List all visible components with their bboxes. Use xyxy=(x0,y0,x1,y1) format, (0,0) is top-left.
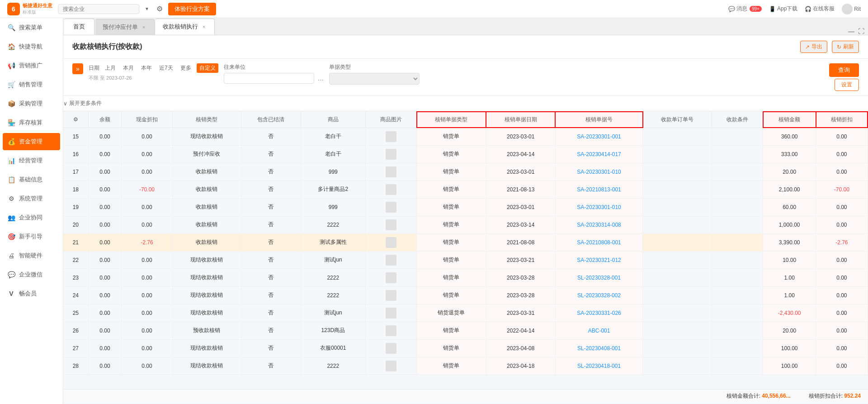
doc-no-link[interactable]: SL-20230408-001 xyxy=(577,345,621,352)
sidebar-item-operations[interactable]: 📊 经营管理 xyxy=(0,151,63,170)
doc-no-link[interactable]: SA-20230321-012 xyxy=(577,257,621,263)
cell-order-no xyxy=(643,339,712,357)
filter-expand-button[interactable]: » xyxy=(72,63,83,74)
cell-cash-discount: 0.00 xyxy=(122,269,173,286)
cell-goods-img xyxy=(365,216,416,233)
cell-settled: 否 xyxy=(241,269,301,286)
sidebar-item-collab[interactable]: 👥 企业协同 xyxy=(0,208,63,227)
maximize-icon[interactable]: ⛶ xyxy=(858,28,864,35)
doc-type-select[interactable] xyxy=(329,73,420,85)
table-container[interactable]: ⚙ 余额 现金折扣 核销类型 包含已结清 商品 商品图片 核销单据类型 核销单据… xyxy=(63,111,868,389)
cell-pay-cond xyxy=(712,322,763,339)
cell-goods-img xyxy=(365,181,416,198)
sidebar-item-marketing[interactable]: 📢 营销推广 xyxy=(0,56,63,75)
doc-no-link[interactable]: SA-20230414-017 xyxy=(577,151,621,157)
cell-goods-img xyxy=(365,251,416,269)
cell-pay-cond xyxy=(712,128,763,145)
date-btn-more[interactable]: 更多 xyxy=(179,63,193,73)
sidebar-item-purchase[interactable]: 📦 采购管理 xyxy=(0,94,63,113)
doc-no-link[interactable]: SL-20230328-001 xyxy=(577,275,621,281)
doc-no-link[interactable]: SL-20230418-001 xyxy=(577,363,621,369)
cell-doc-no: SA-20230301-001 xyxy=(555,128,642,145)
cell-doc-no: SL-20230328-002 xyxy=(555,286,642,304)
cell-doc-type: 销货单 xyxy=(417,322,486,339)
table-row: 23 0.00 0.00 现结收款核销 否 2222 销货单 2023-03-2… xyxy=(63,269,868,286)
cell-amount: 20.00 xyxy=(763,322,816,339)
doc-no-link[interactable]: SA-20210808-001 xyxy=(577,239,621,246)
doc-no-link[interactable]: SA-20230301-001 xyxy=(577,133,621,140)
minimize-icon[interactable]: — xyxy=(848,28,854,35)
cell-doc-type: 销货退货单 xyxy=(417,304,486,322)
cell-doc-date: 2023-03-28 xyxy=(486,286,555,304)
messages-button[interactable]: 💬 消息 99+ xyxy=(728,5,762,13)
table-footer: 核销金额合计: 40,556,66... 核销折扣合计: 952.24 xyxy=(63,389,868,403)
refresh-button[interactable]: ↻ 刷新 xyxy=(832,41,859,53)
sidebar-item-inventory[interactable]: 🏪 库存核算 xyxy=(0,113,63,132)
sidebar-item-guide[interactable]: 🎯 新手引导 xyxy=(0,227,63,246)
settings-icon[interactable]: ⚙ xyxy=(156,5,163,13)
purchase-icon: 📦 xyxy=(7,100,15,108)
cell-no: 19 xyxy=(63,198,88,216)
tab-prepayment[interactable]: 预付冲应付单 × xyxy=(95,19,155,35)
partner-more-icon[interactable]: ... xyxy=(318,74,324,82)
cell-doc-date: 2023-03-14 xyxy=(486,216,555,233)
cell-doc-no: SL-20230408-001 xyxy=(555,339,642,357)
date-filter-row: 日期 上月 本月 本年 近7天 更多 自定义 xyxy=(89,63,218,73)
tab-close-prepayment[interactable]: × xyxy=(141,24,147,30)
cell-goods-img xyxy=(365,233,416,251)
company-search-input[interactable] xyxy=(58,4,139,14)
app-download-button[interactable]: 📱 App下载 xyxy=(769,5,797,13)
cell-no: 22 xyxy=(63,251,88,269)
sidebar-item-search[interactable]: 🔍 搜索菜单 xyxy=(0,18,63,37)
cell-goods: 999 xyxy=(301,198,365,216)
cell-doc-type: 销货单 xyxy=(417,145,486,163)
query-button[interactable]: 查询 xyxy=(829,63,859,77)
settings-button[interactable]: 设置 xyxy=(835,79,859,91)
date-btn-last-month[interactable]: 上月 xyxy=(103,63,118,73)
sidebar-item-system[interactable]: ⚙ 系统管理 xyxy=(0,189,63,208)
date-btn-this-year[interactable]: 本年 xyxy=(139,63,154,73)
tab-writeoff[interactable]: 收款核销执行 × xyxy=(156,19,215,35)
chevron-down-icon: ▼ xyxy=(145,6,149,11)
industry-solution-button[interactable]: 体验行业方案 xyxy=(168,3,216,15)
date-btn-this-month[interactable]: 本月 xyxy=(121,63,136,73)
cell-balance: 0.00 xyxy=(88,251,121,269)
doc-no-link[interactable]: SL-20230328-002 xyxy=(577,292,621,299)
doc-no-link[interactable]: SA-20230301-010 xyxy=(577,204,621,210)
sidebar-item-sales[interactable]: 🛒 销售管理 xyxy=(0,75,63,94)
doc-no-link[interactable]: SA-20230314-008 xyxy=(577,222,621,228)
doc-no-link[interactable]: SA-20230301-010 xyxy=(577,169,621,175)
sidebar-item-finance[interactable]: 💰 资金管理 xyxy=(3,133,60,150)
cell-doc-type: 销货单 xyxy=(417,357,486,375)
th-gear[interactable]: ⚙ xyxy=(63,112,88,128)
cell-goods: 老白干 xyxy=(301,128,365,145)
sidebar-item-hardware[interactable]: 🖨 智能硬件 xyxy=(0,246,63,265)
sidebar-item-basic-info[interactable]: 📋 基础信息 xyxy=(0,170,63,189)
cell-amount: 60.00 xyxy=(763,198,816,216)
th-doc-type: 核销单据类型 xyxy=(417,112,486,128)
tab-home[interactable]: 首页 xyxy=(64,19,94,35)
doc-no-link[interactable]: ABC-001 xyxy=(588,328,610,334)
cell-type: 收款核销 xyxy=(172,233,241,251)
cell-cash-discount: 0.00 xyxy=(122,322,173,339)
expand-more-button[interactable]: ∨ 展开更多条件 xyxy=(63,100,868,107)
doc-no-link[interactable]: SA-20230331-026 xyxy=(577,310,621,316)
date-btn-custom[interactable]: 自定义 xyxy=(197,63,218,73)
cell-pay-cond xyxy=(712,304,763,322)
cell-no: 26 xyxy=(63,322,88,339)
cell-doc-no: SA-20210808-001 xyxy=(555,233,642,251)
online-service-button[interactable]: 🎧 在线客服 xyxy=(805,5,835,13)
sidebar-item-nav[interactable]: 🏠 快捷导航 xyxy=(0,37,63,56)
date-btn-7days[interactable]: 近7天 xyxy=(157,63,175,73)
cell-doc-no: SA-20230314-008 xyxy=(555,216,642,233)
cell-doc-date: 2023-03-21 xyxy=(486,251,555,269)
tab-close-writeoff[interactable]: × xyxy=(201,24,207,30)
cell-goods-img xyxy=(365,304,416,322)
th-goods-image: 商品图片 xyxy=(365,112,416,128)
export-button[interactable]: ↗ 导出 xyxy=(800,41,827,53)
sidebar-item-member[interactable]: V 畅会员 xyxy=(0,284,63,303)
doc-no-link[interactable]: SA-20210813-001 xyxy=(577,186,621,193)
sidebar-item-wechat[interactable]: 💬 企业微信 xyxy=(0,265,63,284)
partner-input[interactable] xyxy=(224,73,314,84)
user-avatar[interactable]: Rit xyxy=(842,4,861,14)
